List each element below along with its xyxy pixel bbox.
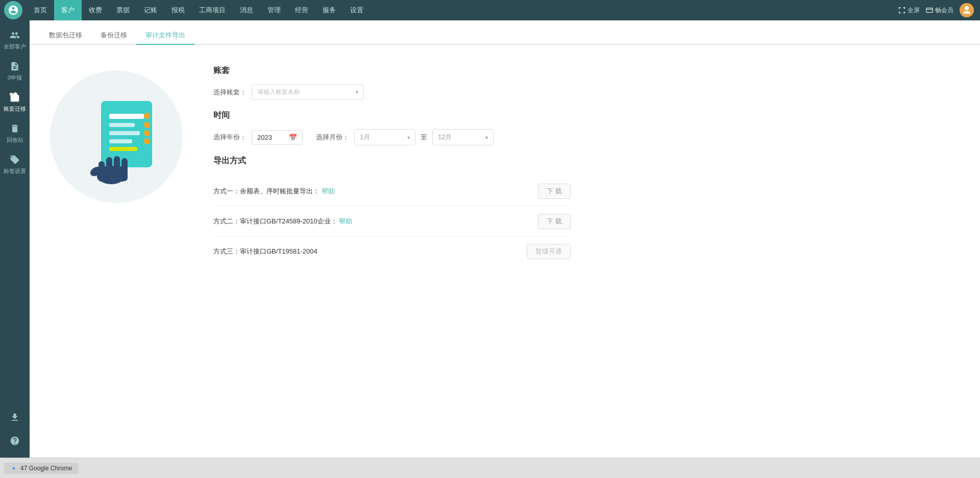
svg-rect-2 bbox=[109, 114, 144, 119]
svg-rect-10 bbox=[109, 147, 137, 151]
nav-billing[interactable]: 收费 bbox=[82, 0, 109, 20]
nav-business[interactable]: 工商项目 bbox=[192, 0, 233, 20]
export-method-2: 方式二：审计接口GB/T24589-2010企业： 帮助 下 载 bbox=[213, 207, 571, 237]
sidebar-label-recycle: 回收站 bbox=[7, 136, 23, 144]
method-2-help-link[interactable]: 帮助 bbox=[339, 217, 352, 225]
month-end-value: 12月 bbox=[438, 133, 452, 142]
time-row: 选择年份： 2023 📅 选择月份： 1月 ▾ 至 12月 ▾ bbox=[213, 129, 571, 145]
users-icon bbox=[9, 30, 20, 41]
file-icon bbox=[9, 61, 20, 72]
top-navigation: 首页 客户 收费 票据 记账 报税 工商项目 消息 管理 经营 服务 设置 全屏… bbox=[0, 0, 980, 20]
section-title-account: 账套 bbox=[213, 65, 571, 76]
sidebar-item-download[interactable] bbox=[0, 407, 30, 428]
method-2-download-btn[interactable]: 下 载 bbox=[538, 214, 571, 229]
tab-audit-export[interactable]: 审计文件导出 bbox=[136, 27, 194, 45]
chevron-down-icon-month-end: ▾ bbox=[485, 135, 488, 140]
user-avatar[interactable] bbox=[960, 3, 974, 17]
chevron-down-icon: ▾ bbox=[356, 89, 358, 95]
sidebar-bottom bbox=[0, 407, 30, 458]
chevron-down-icon-month: ▾ bbox=[407, 135, 410, 140]
section-title-time: 时间 bbox=[213, 110, 571, 121]
sidebar-item-zero-declare[interactable]: 0申报 bbox=[0, 56, 30, 87]
nav-tax[interactable]: 报税 bbox=[164, 0, 192, 20]
sidebar-label-all-customers: 全部客户 bbox=[4, 43, 26, 51]
help-icon bbox=[9, 435, 20, 446]
label-select-year: 选择年份： bbox=[213, 133, 247, 142]
sidebar-label-migrate: 账套迁移 bbox=[4, 105, 26, 113]
nav-service[interactable]: 服务 bbox=[315, 0, 343, 20]
sidebar-label-zero-declare: 0申报 bbox=[8, 74, 22, 82]
method-1-download-btn[interactable]: 下 载 bbox=[538, 184, 571, 199]
sidebar: 全部客户 0申报 账套迁移 回收站 标签设置 bbox=[0, 20, 30, 458]
app-logo bbox=[4, 1, 22, 19]
tab-backup-migration[interactable]: 备份迁移 bbox=[91, 27, 136, 45]
nav-settings[interactable]: 设置 bbox=[343, 0, 371, 20]
method-1-help-link[interactable]: 帮助 bbox=[322, 187, 335, 195]
taskbar-item-label: 47 Google Chrome bbox=[20, 465, 72, 472]
svg-point-7 bbox=[144, 122, 150, 128]
form-area: 账套 选择账套： 请输入账套名称 ▾ 时间 选择年份： 2023 📅 bbox=[213, 60, 571, 266]
svg-rect-17 bbox=[97, 166, 128, 182]
svg-point-6 bbox=[144, 113, 150, 119]
label-select-month: 选择月份： bbox=[316, 133, 349, 142]
illustration bbox=[50, 70, 183, 203]
sidebar-label-tag-settings: 标签设置 bbox=[4, 167, 26, 175]
svg-rect-5 bbox=[109, 139, 132, 143]
nav-operation[interactable]: 经营 bbox=[288, 0, 315, 20]
svg-point-18 bbox=[13, 467, 15, 469]
svg-rect-0 bbox=[926, 8, 933, 13]
download-icon bbox=[9, 412, 20, 423]
nav-invoice[interactable]: 票据 bbox=[109, 0, 137, 20]
year-value: 2023 bbox=[257, 134, 272, 141]
taskbar-chrome-item[interactable]: 47 Google Chrome bbox=[4, 463, 78, 474]
method-1-label: 方式一：余额表、序时账批量导出： 帮助 bbox=[213, 187, 335, 196]
nav-home[interactable]: 首页 bbox=[27, 0, 54, 20]
calendar-icon: 📅 bbox=[289, 134, 297, 141]
method-3-pending-btn[interactable]: 暂缓开通 bbox=[527, 244, 571, 259]
page-content: 账套 选择账套： 请输入账套名称 ▾ 时间 选择年份： 2023 📅 bbox=[30, 45, 980, 458]
month-start-value: 1月 bbox=[360, 133, 370, 142]
nav-bookkeeping[interactable]: 记账 bbox=[137, 0, 164, 20]
sidebar-item-help[interactable] bbox=[0, 430, 30, 451]
nav-items: 首页 客户 收费 票据 记账 报税 工商项目 消息 管理 经营 服务 设置 bbox=[27, 0, 898, 20]
sidebar-item-tag-settings[interactable]: 标签设置 bbox=[0, 149, 30, 180]
month-start-select[interactable]: 1月 ▾ bbox=[354, 129, 415, 145]
fullscreen-btn[interactable]: 全屏 bbox=[898, 6, 920, 15]
method-3-label: 方式三：审计接口GB/T19581-2004 bbox=[213, 247, 317, 256]
account-select[interactable]: 请输入账套名称 ▾ bbox=[252, 84, 364, 100]
content-area: 数据包迁移 备份迁移 审计文件导出 bbox=[30, 20, 980, 458]
account-placeholder: 请输入账套名称 bbox=[257, 88, 300, 96]
nav-customer[interactable]: 客户 bbox=[54, 0, 82, 20]
tab-data-migration[interactable]: 数据包迁移 bbox=[40, 27, 91, 45]
method-2-label: 方式二：审计接口GB/T24589-2010企业： 帮助 bbox=[213, 217, 352, 226]
account-row: 选择账套： 请输入账套名称 ▾ bbox=[213, 84, 571, 100]
tab-bar: 数据包迁移 备份迁移 审计文件导出 bbox=[30, 20, 980, 45]
sidebar-item-migrate[interactable]: 账套迁移 bbox=[0, 87, 30, 118]
sidebar-item-all-customers[interactable]: 全部客户 bbox=[0, 24, 30, 56]
main-layout: 全部客户 0申报 账套迁移 回收站 标签设置 bbox=[0, 20, 980, 458]
export-method-1: 方式一：余额表、序时账批量导出： 帮助 下 载 bbox=[213, 177, 571, 207]
svg-rect-3 bbox=[109, 123, 135, 127]
nav-message[interactable]: 消息 bbox=[233, 0, 260, 20]
section-title-export: 导出方式 bbox=[213, 156, 571, 166]
svg-rect-4 bbox=[109, 131, 140, 135]
taskbar: 47 Google Chrome bbox=[0, 458, 980, 478]
to-separator: 至 bbox=[421, 133, 427, 142]
month-end-select[interactable]: 12月 ▾ bbox=[432, 129, 494, 145]
nav-right-area: 全屏 畅会员 bbox=[898, 3, 980, 17]
svg-point-9 bbox=[144, 138, 150, 144]
trash-icon bbox=[9, 123, 20, 134]
svg-point-8 bbox=[144, 130, 150, 136]
sidebar-item-recycle[interactable]: 回收站 bbox=[0, 118, 30, 149]
migrate-icon bbox=[9, 92, 20, 103]
tag-icon bbox=[9, 154, 20, 165]
nav-manage[interactable]: 管理 bbox=[260, 0, 288, 20]
label-select-account: 选择账套： bbox=[213, 88, 247, 97]
export-section: 方式一：余额表、序时账批量导出： 帮助 下 载 方式二：审计接口GB/T2458… bbox=[213, 177, 571, 266]
export-method-3: 方式三：审计接口GB/T19581-2004 暂缓开通 bbox=[213, 237, 571, 266]
member-btn[interactable]: 畅会员 bbox=[926, 6, 953, 15]
year-input[interactable]: 2023 📅 bbox=[252, 130, 303, 145]
